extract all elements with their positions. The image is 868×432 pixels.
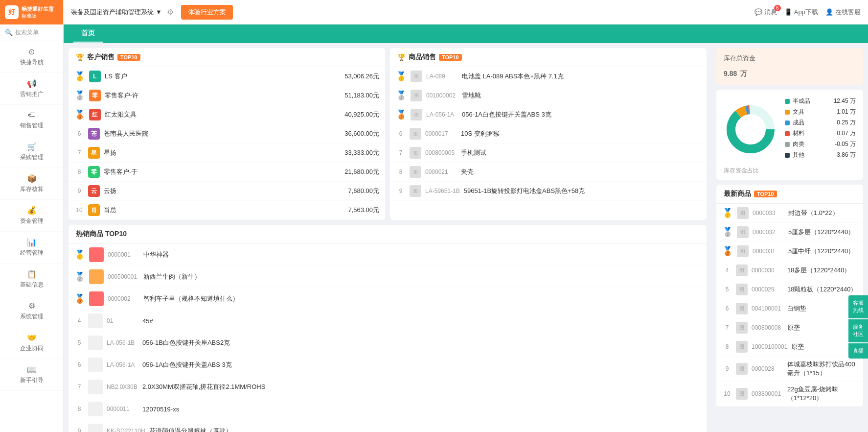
new-img-4: 图 (736, 264, 748, 276)
floating-live-btn[interactable]: 直播 (848, 343, 868, 359)
product-img-3: 图 (411, 109, 422, 120)
inventory-unit: 万 (740, 70, 747, 77)
hot-name-5: 056-1B白色按键开关座ABS2克 (142, 338, 701, 347)
notification-button[interactable]: 💬 消息 6 (754, 8, 777, 17)
system-selector[interactable]: 装备及固定资产辅助管理系统 ▼ (71, 8, 162, 17)
nav-home[interactable]: 首页 (73, 25, 103, 43)
product-code-1: LA-089 (426, 73, 458, 80)
sidebar-item-inventory[interactable]: 📦 库存核算 (0, 168, 63, 200)
hot-item-6: 6 LA-056-1A 056-1A白色按键开关盖ABS 3克 (69, 354, 707, 376)
sidebar-item-marketing[interactable]: 📢 营销推广 (0, 73, 63, 105)
hot-code-2: 000500001 (108, 273, 139, 280)
legend-val-3: 0.25 万 (837, 119, 856, 127)
new-name-4: 18多层（1220*2440） (787, 266, 857, 275)
new-name-3: 5厘中纤（1220*2440） (788, 247, 857, 256)
sidebar-item-purchase[interactable]: 🛒 采购管理 (0, 136, 63, 168)
search-icon: 🔍 (5, 29, 13, 36)
new-medal-3: 🥉 (722, 246, 733, 257)
sidebar-item-quicknav[interactable]: ⊙ 快捷导航 (0, 41, 63, 73)
legend-val-2: 1.01 万 (837, 108, 856, 116)
customer-icon-2: 零 (89, 90, 101, 101)
trial-button[interactable]: 体验行业方案 (181, 5, 233, 20)
operations-label: 经营管理 (20, 249, 44, 257)
new-code-5: 0000029 (752, 286, 783, 293)
hot-item-4: 4 01 45# (69, 310, 707, 332)
new-products-title: 最新商品 (724, 190, 751, 198)
sidebar-item-operations[interactable]: 📊 经营管理 (0, 232, 63, 264)
customer-name-5: 星扬 (104, 148, 341, 157)
new-product-7: 7 图 000800008 原垄 (716, 318, 863, 337)
rank-num-7: 9 (74, 188, 84, 194)
product-name-5: 手机测试 (461, 148, 701, 157)
product-name-3: 056-1A白色按键开关盖ABS 3克 (462, 110, 701, 119)
customer-sales-header: 🏆 客户销售 TOP10 (69, 48, 385, 67)
new-name-1: 封边带（1.0*22） (788, 209, 857, 217)
sidebar-item-finance[interactable]: 💰 资金管理 (0, 200, 63, 232)
new-name-8: 原垄 (791, 342, 857, 351)
new-rank-7: 7 (722, 324, 732, 331)
sidebar-item-basics[interactable]: 📋 基础信息 (0, 264, 63, 295)
hot-name-4: 45# (142, 317, 701, 325)
hot-rank-5: 5 (74, 339, 84, 346)
hot-name-7: 2.0X30MM双搓花轴,搓花直径2.1MM/ROHS (142, 383, 701, 391)
enterprise-icon: 🤝 (27, 333, 37, 342)
floating-community-btn[interactable]: 服务社区 (848, 319, 868, 342)
legend-dot-6 (785, 153, 790, 158)
sidebar-item-guide[interactable]: 📖 新手引导 (0, 359, 63, 391)
product-name-6: 夹壳 (461, 168, 701, 176)
product-rank-3: 🥉 图 LA-056-1A 056-1A白色按键开关盖ABS 3克 (390, 105, 707, 124)
online-service-button[interactable]: 👤 在线客服 (825, 8, 861, 17)
search-label: 搜索菜单 (15, 28, 39, 37)
hot-name-9: 花语萌值温分腿裤袜（厚款） (149, 427, 701, 432)
medal-1: 🥇 (74, 71, 85, 82)
floating-service-btn[interactable]: 客服热线 (848, 295, 868, 318)
product-sales-title: 商品销售 (409, 53, 436, 62)
product-rank-num-5: 7 (396, 149, 406, 156)
product-img-4: 图 (410, 128, 421, 140)
legend-item-2: 文具 1.01 万 (785, 108, 856, 116)
new-rank-9: 9 (722, 365, 732, 372)
finance-icon: 💰 (27, 206, 37, 215)
product-rank-num-7: 9 (396, 188, 406, 194)
settings-icon[interactable]: ⚙ (167, 7, 174, 17)
guide-icon: 📖 (27, 365, 37, 374)
sidebar-item-enterprise[interactable]: 🤝 企业协同 (0, 327, 63, 359)
inventory-card: 库存总资金 9.88 万 (716, 48, 863, 85)
inventory-number: 9.88 (724, 70, 737, 77)
hot-img-7 (88, 380, 103, 394)
new-img-8: 图 (736, 341, 748, 353)
inventory-title: 库存总资金 (724, 54, 856, 63)
new-name-9: 体城嘉枝味苏打饮品400毫升（1*15） (787, 360, 857, 378)
customer-value-4: 36,600.00元 (344, 129, 379, 138)
inventory-icon: 📦 (27, 174, 37, 183)
hot-img-5 (88, 336, 103, 350)
hot-name-2: 新西兰牛肉（新牛） (143, 272, 701, 281)
customer-rank-2: 🥈 零 零售客户-许 51,183.00元 (69, 86, 385, 105)
new-code-7: 000800008 (752, 324, 783, 331)
product-img-2: 图 (411, 90, 422, 101)
customer-rank-6: 8 零 零售客户-于 21,680.00元 (69, 163, 385, 182)
sales-icon: 🏷 (28, 111, 36, 120)
rank-num-6: 8 (74, 168, 84, 175)
sidebar-item-sales[interactable]: 🏷 销售管理 (0, 105, 63, 136)
new-medal-1: 🥇 (722, 208, 733, 218)
customer-value-5: 33,333.00元 (344, 148, 379, 157)
logo-icon: 好 (5, 5, 19, 19)
sidebar-item-system[interactable]: ⚙ 系统管理 (0, 295, 63, 327)
hot-code-7: NB2.0X30B (107, 384, 138, 390)
topbar-right: 💬 消息 6 📱 App下载 👤 在线客服 (754, 8, 861, 17)
new-img-7: 图 (736, 322, 748, 334)
customer-value-1: 53,006.26元 (344, 72, 379, 81)
new-img-9: 图 (736, 363, 748, 375)
hot-name-6: 056-1A白色按键开关盖ABS 3克 (142, 360, 701, 369)
product-rank-num-6: 8 (396, 168, 406, 175)
new-img-5: 图 (736, 284, 748, 295)
app-download-button[interactable]: 📱 App下载 (784, 8, 818, 17)
sidebar-search[interactable]: 🔍 搜索菜单 (0, 24, 63, 41)
hot-img-4 (88, 313, 103, 328)
new-name-2: 5厘多层（1220*2440） (788, 228, 857, 237)
new-code-4: 0000030 (752, 267, 783, 274)
customer-name-4: 苍南县人民医院 (104, 129, 341, 138)
service-label: 在线客服 (835, 8, 861, 17)
hot-rank-9: 9 (74, 428, 84, 432)
